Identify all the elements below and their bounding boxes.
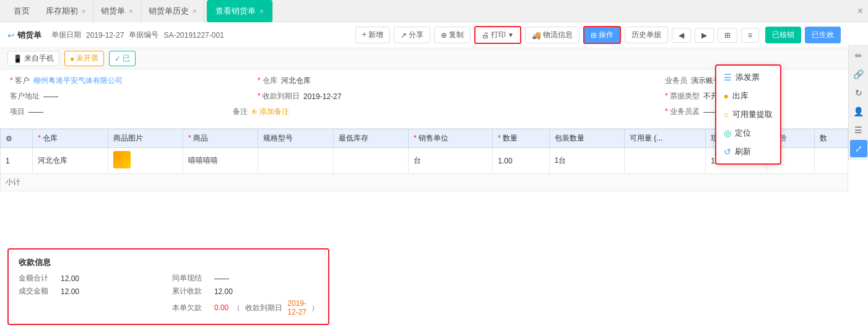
col-extra: 数 <box>814 129 848 148</box>
logistics-icon: 🚚 <box>532 31 541 40</box>
tab-sales-order-close[interactable]: × <box>129 7 132 15</box>
next-button[interactable]: ▶ <box>695 28 714 43</box>
payment-total-value: 12.00 <box>61 274 79 283</box>
add-note-button[interactable]: ⊕ 添加备注 <box>251 106 289 117</box>
operate-button[interactable]: ⊞ 操作 <box>583 26 621 44</box>
right-panel-edit-icon[interactable]: ✏ <box>850 47 867 64</box>
doc-date-value: 2019-12-27 <box>86 31 124 40</box>
from-phone-button[interactable]: 📱 来自手机 <box>7 51 59 66</box>
dropdown-warehouse-out[interactable]: ● 出库 <box>716 87 780 105</box>
warehouse-label: 仓库 <box>258 76 277 86</box>
customer-addr-label: 客户地址 <box>10 91 40 102</box>
tab-inventory-close[interactable]: × <box>82 7 85 15</box>
dropdown-locate[interactable]: ◎ 定位 <box>716 124 780 142</box>
form-row-3: 项目 —— 备注 ⊕ 添加备注 业务员孟 —— <box>10 106 838 117</box>
tab-sales-history-close[interactable]: × <box>193 7 196 15</box>
logistics-button[interactable]: 🚚 物流信息 <box>525 27 579 43</box>
col-pack-qty: 包装数量 <box>549 129 624 148</box>
cell-min-stock <box>333 148 408 174</box>
subtotal-label: 小计 <box>1 174 848 191</box>
right-panel-rotate-icon[interactable]: ↻ <box>850 84 867 102</box>
check-icon: ✓ <box>115 54 121 63</box>
cell-spec <box>258 148 333 174</box>
operate-icon: ⊞ <box>591 31 597 40</box>
not-open-button[interactable]: ● 未开票 <box>64 51 104 66</box>
payment-same-order-value: —— <box>214 274 229 283</box>
dropdown-available-pickup[interactable]: ○ 可用量提取 <box>716 105 780 124</box>
payment-due-label: 收款到期日 <box>258 91 300 102</box>
warehouse-out-label: 出库 <box>732 90 749 102</box>
locate-icon: ◎ <box>724 128 731 138</box>
col-quantity: 数量 <box>493 129 549 148</box>
refresh-icon: ↺ <box>724 147 731 157</box>
status-effect-badge: 已生效 <box>805 27 841 43</box>
customer-value[interactable]: 柳州粤港平安气体有限公司 <box>33 76 123 86</box>
confirm-button[interactable]: ✓ 已 <box>109 51 136 66</box>
toolbar: ↩ 销货单 单据日期 2019-12-27 单据编号 SA-20191227-0… <box>0 22 848 48</box>
payment-transaction-value: 12.00 <box>61 287 79 296</box>
payment-due-close: ） <box>311 303 318 313</box>
print-button[interactable]: 🖨 打印 ▼ <box>474 26 521 44</box>
main-container: ↩ 销货单 单据日期 2019-12-27 单据编号 SA-20191227-0… <box>0 22 868 330</box>
payment-grid: 金额合计 12.00 同单现结 —— 成交金额 12.00 累计收款 <box>19 273 318 316</box>
prev-button[interactable]: ◀ <box>672 28 691 43</box>
new-button[interactable]: + 新增 <box>355 27 390 43</box>
phone-icon: 📱 <box>13 54 22 63</box>
tab-home[interactable]: 首页 <box>5 0 38 22</box>
col-spec: 规格型号 <box>258 129 333 148</box>
tab-view-sales-close[interactable]: × <box>259 7 263 15</box>
tab-home-label: 首页 <box>14 6 30 17</box>
not-open-label: 未开票 <box>76 53 98 64</box>
right-panel-expand-icon[interactable]: ⤢ <box>850 140 867 157</box>
right-panel-link-icon[interactable]: 🔗 <box>850 66 867 83</box>
copy-icon: ⊕ <box>441 31 447 40</box>
list-view-button[interactable]: ≡ <box>741 28 759 43</box>
cell-pack-qty: 1台 <box>549 148 624 174</box>
col-settings[interactable]: ⚙ <box>1 129 33 148</box>
add-invoice-label: 添发票 <box>736 72 760 83</box>
dropdown-refresh[interactable]: ↺ 刷新 <box>716 142 780 161</box>
confirm-label: 已 <box>123 53 130 64</box>
warehouse-value: 河北仓库 <box>281 76 311 86</box>
share-button[interactable]: ↗ 分享 <box>394 27 430 43</box>
tab-bar: 首页 库存期初 × 销货单 × 销货单历史 × 查看销货单 × × <box>0 0 868 22</box>
col-product-img: 商品图片 <box>108 129 183 148</box>
doc-type-title: 销货单 <box>17 30 41 41</box>
payment-current-due-value: 0.00 <box>214 303 228 312</box>
right-panel-user-icon[interactable]: 👤 <box>850 103 867 120</box>
cell-product-img <box>108 148 183 174</box>
cell-available <box>625 148 706 174</box>
share-icon: ↗ <box>401 31 407 40</box>
history-button[interactable]: 历史单据 <box>625 27 668 43</box>
toolbar-actions: + 新增 ↗ 分享 ⊕ 复制 🖨 打印 ▼ <box>355 26 841 44</box>
tab-inventory-label: 库存期初 <box>46 6 78 17</box>
customer-field: 客户 柳州粤港平安气体有限公司 <box>10 76 245 86</box>
tab-inventory-init[interactable]: 库存期初 × <box>38 0 93 22</box>
dropdown-add-invoice[interactable]: ☰ 添发票 <box>716 68 780 87</box>
form-row-2: 客户地址 —— 收款到期日 2019-12-27 票据类型 不开票 <box>10 91 838 102</box>
tab-view-sales-label: 查看销货单 <box>215 6 256 17</box>
tab-view-sales[interactable]: 查看销货单 × <box>207 0 272 22</box>
warehouse-out-icon: ● <box>724 91 729 101</box>
copy-button[interactable]: ⊕ 复制 <box>434 27 471 43</box>
global-close-button[interactable]: × <box>857 6 863 17</box>
right-panel-list-icon[interactable]: ☰ <box>850 121 867 139</box>
salesperson-label: 业务员 <box>665 76 687 86</box>
project-label: 项目 <box>10 106 25 117</box>
tab-sales-order[interactable]: 销货单 × <box>93 0 141 22</box>
col-min-stock: 最低库存 <box>333 129 408 148</box>
print-icon: 🖨 <box>482 31 489 40</box>
share-label: 分享 <box>409 30 423 40</box>
payment-cumulative-value: 12.00 <box>214 287 233 296</box>
cell-quantity: 1.00 <box>493 148 549 174</box>
add-invoice-icon: ☰ <box>724 72 732 82</box>
grid-view-button[interactable]: ⊞ <box>718 28 737 43</box>
payment-same-order-label: 同单现结 <box>172 273 209 284</box>
status-sold-badge: 已核销 <box>765 27 801 43</box>
payment-same-order-row: 同单现结 —— <box>172 273 318 284</box>
payment-title: 收款信息 <box>19 257 318 268</box>
payment-section: 收款信息 金额合计 12.00 同单现结 —— 成交金额 12.00 <box>7 248 329 325</box>
warehouse-field: 仓库 河北仓库 <box>258 76 431 86</box>
tab-sales-history[interactable]: 销货单历史 × <box>141 0 204 22</box>
payment-due-value: 2019-12-27 <box>303 92 341 101</box>
